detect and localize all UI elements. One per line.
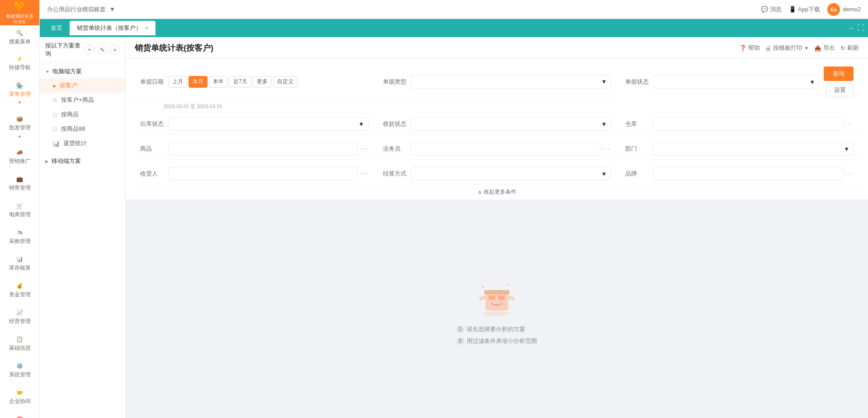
filter-row-4: 收货人 ··· 结算方式 ▼ <box>126 162 868 186</box>
date-btn-last7[interactable]: 近7天 <box>229 76 251 88</box>
scheme-item-icon: ● <box>52 82 56 89</box>
recipient-label: 收货人 <box>140 170 164 178</box>
marketing-label: 营销推广 <box>9 157 31 165</box>
date-btn-this-month[interactable]: 本月 <box>189 76 208 88</box>
scheme-desktop-title[interactable]: ▼ 电脑端方案 <box>40 65 125 78</box>
recipient-dots[interactable]: ··· <box>359 170 368 178</box>
scheme-item-by-product99[interactable]: ⊟ 按商品99 <box>40 122 125 136</box>
scheme-item-by-customer[interactable]: ● 按客户 <box>40 78 125 93</box>
page-title: 销货单统计表(按客户) <box>135 43 213 53</box>
brand-input[interactable] <box>653 167 843 180</box>
receipt-status-select[interactable]: ▼ <box>411 117 611 131</box>
date-range-display: 2023-03-01 至 2023-03-31 <box>156 103 868 112</box>
tab-bar: 首页 销货单统计表（按客户） × – ⛶ <box>40 19 868 37</box>
filter-receipt-status: 收款状态 ▼ <box>376 114 618 135</box>
app-download-btn[interactable]: 📱 App下载 <box>789 5 820 14</box>
product-label: 商品 <box>140 145 164 153</box>
query-btn[interactable]: 查询 <box>824 66 854 81</box>
filter-warehouse: 仓库 ··· <box>618 114 861 135</box>
svg-rect-4 <box>498 295 505 300</box>
logo-icon: 🧡 <box>14 0 26 12</box>
sidebar-item-basic[interactable]: 📋 基础信息 <box>0 331 40 357</box>
status-select[interactable]: ▼ <box>653 75 819 89</box>
dept-select[interactable]: ▼ <box>653 142 854 156</box>
refresh-btn[interactable]: ↻ 刷新 <box>840 44 859 52</box>
help-btn[interactable]: ❓ 帮助 <box>739 44 760 52</box>
brand-dots[interactable]: ··· <box>845 170 854 178</box>
filter-section: 单据日期 上月 本月 本年 近7天 更多 自定义 <box>126 58 868 200</box>
date-btn-custom[interactable]: 自定义 <box>273 76 297 88</box>
salesperson-dots[interactable]: ··· <box>602 145 611 153</box>
tab-active-label: 销货单统计表（按客户） <box>77 24 142 32</box>
warehouse-content: ··· <box>653 117 854 131</box>
sidebar-item-sales[interactable]: 💼 销售管理 <box>0 171 40 197</box>
warehouse-input[interactable] <box>653 117 843 131</box>
refresh-label: 刷新 <box>847 44 859 52</box>
svg-text:✦: ✦ <box>481 285 485 290</box>
date-btn-last-month[interactable]: 上月 <box>168 76 187 88</box>
message-icon: 💬 <box>761 6 768 13</box>
sidebar-item-ecommerce[interactable]: 🛒 电商管理 <box>0 197 40 224</box>
logo-sub: 标准版 <box>14 19 26 25</box>
user-area[interactable]: Ea demo2 <box>827 3 861 16</box>
product-input[interactable] <box>168 142 358 156</box>
date-btn-more[interactable]: 更多 <box>253 76 272 88</box>
settings-btn[interactable]: 设置 <box>826 83 854 97</box>
export-btn[interactable]: 📤 导出 <box>814 44 835 52</box>
sidebar-item-inventory[interactable]: 📊 库存核算 <box>0 251 40 277</box>
date-btn-this-year[interactable]: 本年 <box>209 76 228 88</box>
sidebar-item-marketing[interactable]: 📣 营销推广 <box>0 144 40 171</box>
page-title-actions: ❓ 帮助 🖨 按模板打印 ▼ 📤 导出 ↻ <box>739 44 859 52</box>
tab-minimize-btn[interactable]: – <box>849 24 854 32</box>
filter-dept: 部门 ▼ <box>618 138 861 160</box>
print-template-btn[interactable]: 🖨 按模板打印 ▼ <box>765 44 809 52</box>
avatar: Ea <box>827 3 840 16</box>
product-dots[interactable]: ··· <box>359 145 368 153</box>
recipient-input[interactable] <box>168 167 358 180</box>
scheme-mobile-title[interactable]: ▶ 移动端方案 <box>40 154 125 168</box>
brand-label: 品牌 <box>625 170 649 178</box>
finance-label: 资金管理 <box>9 291 31 299</box>
tab-active[interactable]: 销货单统计表（按客户） × <box>70 21 156 35</box>
sidebar-item-purchase[interactable]: 🛍 采购管理 <box>0 224 40 251</box>
inventory-icon: 📊 <box>16 256 23 262</box>
sidebar-item-system[interactable]: ⚙️ 系统管理 <box>0 357 40 384</box>
tab-close-btn[interactable]: × <box>145 25 148 31</box>
warehouse-dots[interactable]: ··· <box>845 120 854 128</box>
breadcrumb-dropdown-icon[interactable]: ▼ <box>109 6 115 13</box>
sidebar-item-guide[interactable]: 🎯 新手引导 <box>0 411 40 418</box>
sidebar-logo: 🧡 畅捷通好生意 标准版 <box>0 0 40 25</box>
sidebar-item-finance[interactable]: 💰 资金管理 <box>0 277 40 304</box>
sidebar-item-wholesale[interactable]: 📦 批发管理 ▲ <box>0 110 40 144</box>
scheme-item-by-product[interactable]: ⊟ 按商品 <box>40 107 125 122</box>
tab-home[interactable]: 首页 <box>43 21 70 35</box>
tab-maximize-btn[interactable]: ⛶ <box>857 24 864 32</box>
type-select[interactable]: ▼ <box>411 75 611 89</box>
salesperson-input[interactable] <box>411 142 600 156</box>
out-status-select[interactable]: ▼ <box>168 117 368 131</box>
brand-content: ··· <box>653 167 854 180</box>
type-label: 单据类型 <box>383 78 406 86</box>
search-menu-item[interactable]: 🔍 搜索菜单 <box>9 25 31 50</box>
filter-row-3: 商品 ··· 业务员 ··· 部门 <box>126 137 868 162</box>
sidebar-item-corp[interactable]: 🤝 企业协同 <box>0 384 40 411</box>
scheme-item-return-stats[interactable]: 📊 退货统计 <box>40 136 125 151</box>
out-status-label: 出库状态 <box>140 120 164 128</box>
quick-nav-label: 快捷导航 <box>9 64 31 71</box>
print-label: 按模板打印 <box>773 44 802 52</box>
message-btn[interactable]: 💬 消息 <box>761 5 782 14</box>
scheme-mobile-group: ▶ 移动端方案 <box>40 152 125 170</box>
header-right: 💬 消息 📱 App下载 Ea demo2 <box>761 3 861 16</box>
sidebar-item-retail[interactable]: 🏪 零售管理 ▼ <box>0 77 40 110</box>
sidebar-item-operation[interactable]: 📈 经营管理 <box>0 304 40 331</box>
sidebar-item-quick-nav[interactable]: ⚡ 快捷导航 <box>0 50 40 77</box>
marketing-icon: 📣 <box>16 149 23 156</box>
collapse-btn[interactable]: ∧ 收起更多条件 <box>478 188 516 196</box>
retail-expand-icon: ▼ <box>18 100 22 105</box>
scheme-edit-btn[interactable]: ✎ <box>97 45 107 55</box>
print-dropdown-icon: ▼ <box>804 46 809 51</box>
scheme-collapse-btn[interactable]: « <box>110 45 120 55</box>
scheme-add-btn[interactable]: + <box>85 45 94 55</box>
payment-select[interactable]: ▼ <box>411 167 611 180</box>
scheme-item-by-customer-product[interactable]: ⊞ 按客户+商品 <box>40 93 125 107</box>
